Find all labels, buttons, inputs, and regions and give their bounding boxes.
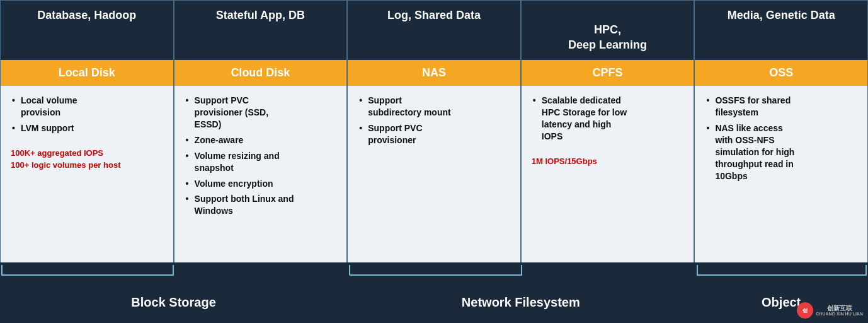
watermark-text-en: CHUANG XIN HU LIAN <box>816 312 863 317</box>
bottom-labels-row: Block Storage Network Filesystem Object … <box>0 290 868 323</box>
content-cell-local-disk: Local volumeprovision LVM support 100K+ … <box>0 86 174 262</box>
oss-list: OSSFS for sharedfilesystem NAS like acce… <box>705 95 857 182</box>
label-cloud-disk: Cloud Disk <box>231 66 290 79</box>
label-cell-cpfs: CPFS <box>521 60 695 86</box>
bracket-svg <box>0 262 868 290</box>
local-disk-list: Local volumeprovision LVM support <box>11 95 163 134</box>
label-oss: OSS <box>769 66 793 79</box>
header-cell-media: Media, Genetic Data <box>694 0 868 60</box>
content-cell-cpfs: Scalable dedicatedHPC Storage for lowlat… <box>521 86 695 262</box>
local-disk-stat: 100K+ aggregated IOPS100+ logic volumes … <box>11 147 163 172</box>
label-cell-local-disk: Local Disk <box>0 60 174 86</box>
main-container: Database, Hadoop Stateful App, DB Log, S… <box>0 0 868 323</box>
header-cell-log: Log, Shared Data <box>347 0 521 60</box>
list-item: LVM support <box>11 122 163 134</box>
cpfs-stat: 1M IOPS/15Gbps <box>532 155 684 168</box>
header-title-media: Media, Genetic Data <box>728 9 835 21</box>
block-storage-label: Block Storage <box>0 290 347 317</box>
network-fs-text: Network Filesystem <box>462 295 580 309</box>
content-row: Local volumeprovision LVM support 100K+ … <box>0 86 868 262</box>
list-item: Scalable dedicatedHPC Storage for lowlat… <box>532 95 684 143</box>
cpfs-list: Scalable dedicatedHPC Storage for lowlat… <box>532 95 684 143</box>
content-cell-nas: Supportsubdirectory mount Support PVCpro… <box>347 86 521 262</box>
watermark-text-cn: 创新互联 <box>816 305 863 312</box>
label-cell-nas: NAS <box>347 60 521 86</box>
header-row: Database, Hadoop Stateful App, DB Log, S… <box>0 0 868 60</box>
label-cell-oss: OSS <box>694 60 868 86</box>
watermark: 创 创新互联 CHUANG XIN HU LIAN <box>797 302 863 319</box>
header-title-database: Database, Hadoop <box>37 9 136 21</box>
list-item: OSSFS for sharedfilesystem <box>705 95 857 119</box>
nas-list: Supportsubdirectory mount Support PVCpro… <box>358 95 510 146</box>
header-title-hpc: HPC,Deep Learning <box>568 23 647 50</box>
header-title-stateful: Stateful App, DB <box>216 9 305 21</box>
network-fs-label: Network Filesystem <box>347 290 694 317</box>
header-cell-hpc: HPC,Deep Learning <box>521 0 695 60</box>
header-cell-stateful: Stateful App, DB <box>174 0 348 60</box>
label-nas: NAS <box>422 66 446 79</box>
header-title-log: Log, Shared Data <box>387 9 481 21</box>
list-item: Volume encryption <box>185 178 337 190</box>
list-item: Volume resizing andsnapshot <box>185 150 337 174</box>
list-item: Support PVCprovisioner <box>358 122 510 146</box>
list-item: NAS like accesswith OSS-NFSsimulation fo… <box>705 122 857 182</box>
label-local-disk: Local Disk <box>59 66 115 79</box>
header-cell-database: Database, Hadoop <box>0 0 174 60</box>
list-item: Supportsubdirectory mount <box>358 95 510 119</box>
list-item: Support both Linux andWindows <box>185 193 337 217</box>
label-row: Local Disk Cloud Disk NAS CPFS OSS <box>0 60 868 86</box>
object-text: Object <box>762 295 801 309</box>
label-cell-cloud-disk: Cloud Disk <box>174 60 348 86</box>
label-cpfs: CPFS <box>593 66 623 79</box>
bracket-bottom-section: Block Storage Network Filesystem Object … <box>0 262 868 323</box>
object-label: Object 创 创新互联 CHUANG XIN HU LIAN <box>694 290 868 317</box>
content-cell-oss: OSSFS for sharedfilesystem NAS like acce… <box>694 86 868 262</box>
list-item: Support PVCprovisioner (SSD,ESSD) <box>185 95 337 131</box>
list-item: Local volumeprovision <box>11 95 163 119</box>
cloud-disk-list: Support PVCprovisioner (SSD,ESSD) Zone-a… <box>185 95 337 217</box>
list-item: Zone-aware <box>185 134 337 146</box>
watermark-logo: 创 <box>797 302 813 319</box>
content-cell-cloud-disk: Support PVCprovisioner (SSD,ESSD) Zone-a… <box>174 86 348 262</box>
block-storage-text: Block Storage <box>131 295 215 309</box>
